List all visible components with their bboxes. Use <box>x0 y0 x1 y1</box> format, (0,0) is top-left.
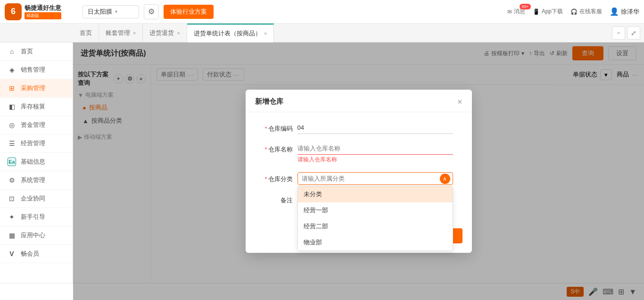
sidebar-enterprise-label: 企业协同 <box>21 194 45 203</box>
dropdown-item-property[interactable]: 物业部 <box>298 234 453 250</box>
store-selector[interactable]: 日太阳膜 ▾ <box>83 5 139 18</box>
gear-button[interactable]: ⚙ <box>144 4 159 19</box>
tab-maximize-button[interactable]: ⤢ <box>627 26 640 40</box>
tab-end-buttons: － ⤢ <box>612 26 644 40</box>
user-area[interactable]: 👤 徐泽华 <box>610 7 639 16</box>
sidebar-item-system[interactable]: ⚙ 系统管理 <box>0 171 73 190</box>
dialog-body: 仓库编码 仓库名称 请输入仓库名称 <box>246 112 472 224</box>
tab-close-return[interactable]: × <box>177 30 180 36</box>
warehouse-category-row: 仓库分类 ∧ 未分类 经营一部 经营二部 物业部 <box>264 172 453 185</box>
warehouse-category-select-wrap: ∧ 未分类 经营一部 经营二部 物业部 <box>297 172 453 185</box>
dialog-header: 新增仓库 × <box>246 90 472 112</box>
notification-badge: 99+ <box>520 4 530 9</box>
sidebar-item-finance[interactable]: ◎ 资金管理 <box>0 116 73 134</box>
tab-home[interactable]: 首页 <box>73 24 99 42</box>
apps-icon: ▦ <box>8 231 16 240</box>
guide-icon: ✦ <box>8 213 16 221</box>
sidebar-item-vip[interactable]: V 畅会员 <box>0 245 73 263</box>
app-download-item[interactable]: 📱 App下载 <box>533 8 563 16</box>
dialog-new-warehouse: 新增仓库 × 仓库编码 仓库名称 <box>246 90 472 253</box>
sidebar-inventory-label: 库存核算 <box>21 102 45 111</box>
warehouse-name-row: 仓库名称 请输入仓库名称 <box>264 142 453 164</box>
username-label: 徐泽华 <box>621 8 639 16</box>
modal-overlay: 新增仓库 × 仓库编码 仓库名称 <box>73 42 644 300</box>
sidebar-item-home[interactable]: ⌂ 首页 <box>0 42 73 61</box>
gear-icon: ⚙ <box>148 7 155 16</box>
sidebar-home-label: 首页 <box>21 47 33 56</box>
sidebar-guide-label: 新手引导 <box>21 213 45 221</box>
dropdown-item-dept1[interactable]: 经营一部 <box>298 202 453 218</box>
tab-minimize-button[interactable]: － <box>612 26 625 40</box>
return-tab-label: 进货退货 <box>149 29 174 37</box>
warehouse-name-error-msg: 请输入仓库名称 <box>297 156 453 164</box>
sidebar-apps-label: 应用中心 <box>21 231 45 240</box>
tab-close-account[interactable]: × <box>133 30 136 36</box>
logo-subtitle: 精易版 <box>25 12 61 19</box>
select-arrow-button[interactable]: ∧ <box>440 174 450 184</box>
enterprise-icon: ⊡ <box>8 194 16 203</box>
content-area: 进货单统计(按商品) 🖨 按模板打印 ▾ ↑ 导出 ↺ 刷新 <box>73 42 644 300</box>
sidebar-basic-label: 基础信息 <box>21 158 45 166</box>
basic-icon: Ea <box>8 158 16 166</box>
inventory-icon: ◧ <box>8 102 16 111</box>
top-right-area: ✉ 消息 99+ 📱 App下载 🎧 在线客服 👤 徐泽华 <box>507 7 639 16</box>
remark-label: 备注 <box>264 193 297 205</box>
purchase-icon: ⊞ <box>8 84 16 92</box>
sidebar: ⌂ 首页 ◈ 销售管理 ⊞ 采购管理 ◧ 库存核算 ◎ 资金管理 ☰ 经营管理 … <box>0 42 73 300</box>
trial-button[interactable]: 体验行业方案 <box>164 5 214 19</box>
warehouse-name-input-wrap: 请输入仓库名称 <box>297 142 453 164</box>
sidebar-finance-label: 资金管理 <box>21 121 45 129</box>
sidebar-item-apps[interactable]: ▦ 应用中心 <box>0 226 73 245</box>
main-layout: ⌂ 首页 ◈ 销售管理 ⊞ 采购管理 ◧ 库存核算 ◎ 资金管理 ☰ 经营管理 … <box>0 42 644 300</box>
tab-close-stats[interactable]: × <box>264 31 267 36</box>
notification-item[interactable]: ✉ 消息 99+ <box>507 8 525 16</box>
home-tab-label: 首页 <box>80 29 92 37</box>
sidebar-sales-label: 销售管理 <box>21 66 45 74</box>
sidebar-operation-label: 经营管理 <box>21 139 45 148</box>
online-service-item[interactable]: 🎧 在线客服 <box>570 8 602 16</box>
user-avatar-icon: 👤 <box>610 7 619 16</box>
sales-icon: ◈ <box>8 66 16 74</box>
finance-icon: ◎ <box>8 121 16 129</box>
warehouse-code-input-wrap <box>297 122 453 134</box>
warehouse-code-row: 仓库编码 <box>264 122 453 134</box>
tab-account[interactable]: 账套管理 × <box>99 24 143 42</box>
sidebar-item-purchase[interactable]: ⊞ 采购管理 <box>0 79 73 98</box>
tab-stats[interactable]: 进货单统计表（按商品） × <box>187 24 274 42</box>
message-icon: ✉ <box>507 8 512 15</box>
sidebar-vip-label: 畅会员 <box>21 250 39 258</box>
sidebar-item-enterprise[interactable]: ⊡ 企业协同 <box>0 190 73 208</box>
warehouse-category-input[interactable] <box>297 172 453 185</box>
warehouse-name-input[interactable] <box>297 142 453 155</box>
warehouse-code-label: 仓库编码 <box>264 122 297 133</box>
phone-icon: 📱 <box>533 8 540 15</box>
operation-icon: ☰ <box>8 139 16 148</box>
home-icon: ⌂ <box>8 47 16 56</box>
online-service-label: 在线客服 <box>579 8 602 16</box>
sidebar-item-operation[interactable]: ☰ 经营管理 <box>0 134 73 153</box>
headset-icon: 🎧 <box>570 8 578 15</box>
warehouse-code-input[interactable] <box>297 122 453 134</box>
logo-area: 6 畅捷通好生意 精易版 <box>5 3 78 20</box>
system-icon: ⚙ <box>8 176 16 184</box>
tab-return[interactable]: 进货退货 × <box>143 24 187 42</box>
logo-text-area: 畅捷通好生意 精易版 <box>25 4 61 19</box>
account-tab-label: 账套管理 <box>106 29 130 37</box>
app-download-label: App下载 <box>542 8 563 16</box>
chevron-down-icon: ▾ <box>115 9 117 14</box>
sidebar-item-sales[interactable]: ◈ 销售管理 <box>0 61 73 79</box>
warehouse-name-label: 仓库名称 <box>264 142 297 154</box>
stats-tab-label: 进货单统计表（按商品） <box>194 29 261 38</box>
sidebar-purchase-label: 采购管理 <box>21 84 45 92</box>
dialog-title: 新增仓库 <box>255 97 283 106</box>
top-bar: 6 畅捷通好生意 精易版 日太阳膜 ▾ ⚙ 体验行业方案 ✉ 消息 99+ 📱 … <box>0 0 644 24</box>
tab-bar: 首页 账套管理 × 进货退货 × 进货单统计表（按商品） × － ⤢ <box>0 24 644 42</box>
dropdown-item-uncategorized[interactable]: 未分类 <box>298 186 453 202</box>
sidebar-item-guide[interactable]: ✦ 新手引导 <box>0 208 73 226</box>
sidebar-item-inventory[interactable]: ◧ 库存核算 <box>0 98 73 116</box>
dropdown-item-dept2[interactable]: 经营二部 <box>298 218 453 234</box>
dialog-close-button[interactable]: × <box>457 98 462 106</box>
sidebar-item-basic[interactable]: Ea 基础信息 <box>0 153 73 171</box>
category-dropdown-list: 未分类 经营一部 经营二部 物业部 <box>297 186 453 251</box>
logo-title: 畅捷通好生意 <box>25 4 61 12</box>
